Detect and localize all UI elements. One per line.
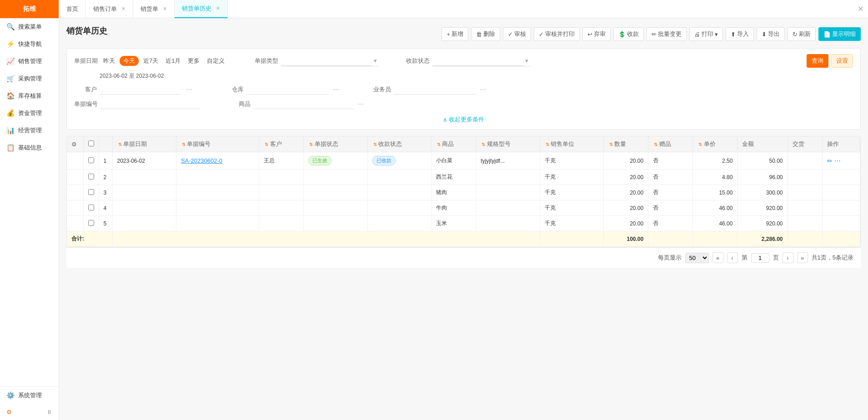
- refresh-button[interactable]: ↻ 刷新: [788, 27, 816, 41]
- cell-customer-0: 王总: [259, 152, 304, 170]
- col-unit-price[interactable]: ⇅ 单价: [693, 136, 738, 152]
- query-button[interactable]: 查询: [807, 54, 828, 68]
- page-label: 第: [742, 254, 748, 262]
- select-all-checkbox[interactable]: [88, 140, 94, 146]
- col-collect-status[interactable]: ⇅ 收款状态: [367, 136, 431, 152]
- row-checkbox-3[interactable]: [88, 205, 94, 210]
- filter-doc-no: 单据编号: [74, 99, 201, 109]
- collapse-button[interactable]: ∧ 收起更多条件: [443, 115, 484, 124]
- tab-home[interactable]: 首页: [59, 0, 86, 18]
- batch-change-button[interactable]: ✏ 批量变更: [647, 27, 687, 41]
- cell-goods-2: 猪肉: [431, 185, 476, 200]
- batch-change-label: 批量变更: [658, 30, 682, 38]
- row-checkbox-4[interactable]: [88, 220, 94, 226]
- sidebar-item-inventory[interactable]: 🏠 库存核算: [0, 87, 59, 105]
- import-button[interactable]: ⬆ 导入: [726, 27, 754, 41]
- col-doc-date[interactable]: ⇅ 单据日期: [112, 136, 176, 152]
- tab-sales-order-close[interactable]: ✕: [121, 6, 125, 12]
- cell-spec-1: [476, 170, 540, 185]
- col-unit[interactable]: ⇅ 销售单位: [540, 136, 603, 152]
- warehouse-ellipsis[interactable]: ···: [331, 85, 341, 94]
- customer-ellipsis[interactable]: ···: [184, 85, 194, 94]
- show-detail-button[interactable]: 📄 显示明细: [818, 27, 861, 41]
- cell-doc-no-0[interactable]: SA-20230602-0: [176, 152, 259, 170]
- cell-doc-no-2: [176, 185, 259, 200]
- page-prev-button[interactable]: ‹: [727, 252, 738, 263]
- goods-ellipsis[interactable]: ···: [356, 100, 366, 108]
- audit-print-button[interactable]: ✓ 审核并打印: [534, 27, 580, 41]
- sidebar-item-funds-mgmt[interactable]: 💰 资金管理: [0, 105, 59, 122]
- cell-collect-status-4: [367, 216, 431, 231]
- sidebar-item-basic-info[interactable]: 📋 基础信息: [0, 139, 59, 156]
- collect-button[interactable]: 💲 收款: [613, 27, 644, 41]
- tab-sales-history[interactable]: 销货单历史 ✕: [175, 0, 228, 18]
- warehouse-input[interactable]: [246, 85, 328, 95]
- settings-button[interactable]: 设置: [831, 54, 853, 68]
- col-gift[interactable]: ⇅ 赠品: [648, 136, 693, 152]
- date-btn-custom[interactable]: 自定义: [204, 56, 227, 66]
- tab-sales-order[interactable]: 销售订单 ✕: [86, 0, 133, 18]
- sidebar-item-search-menu[interactable]: 🔍 搜索菜单: [0, 18, 59, 35]
- row-checkbox-0[interactable]: [88, 157, 94, 163]
- date-label: 单据日期: [74, 57, 98, 65]
- collect-status-dropdown-icon[interactable]: ▾: [523, 57, 530, 64]
- date-btn-today[interactable]: 今天: [120, 56, 139, 66]
- print-dropdown-icon: ▾: [715, 31, 718, 38]
- sidebar-item-ops-mgmt[interactable]: 📊 经营管理: [0, 122, 59, 139]
- doc-type-dropdown-icon[interactable]: ▾: [372, 57, 379, 64]
- col-actions: 操作: [822, 136, 860, 152]
- col-doc-status[interactable]: ⇅ 单据状态: [304, 136, 367, 152]
- row-checkbox-1[interactable]: [88, 174, 94, 180]
- cell-transaction-1: [788, 170, 822, 185]
- page-next-button[interactable]: ›: [783, 252, 793, 263]
- page-last-button[interactable]: »: [797, 252, 808, 263]
- cell-gift-3: 否: [648, 200, 693, 216]
- doc-type-input[interactable]: [281, 56, 372, 66]
- per-page-select[interactable]: 50 100 200: [685, 253, 709, 263]
- summary-spacer2: [540, 231, 603, 247]
- date-btn-7days[interactable]: 近7天: [140, 56, 161, 66]
- salesperson-ellipsis[interactable]: ···: [478, 85, 488, 94]
- new-button[interactable]: + 新增: [442, 27, 468, 41]
- customer-input[interactable]: [100, 85, 181, 95]
- col-spec[interactable]: ⇅ 规格型号: [476, 136, 540, 152]
- edit-icon-0[interactable]: ✏: [827, 157, 833, 165]
- print-button[interactable]: 🖨 打印 ▾: [689, 27, 723, 41]
- col-customer[interactable]: ⇅ 客户: [259, 136, 304, 152]
- col-settings[interactable]: ⚙: [67, 136, 83, 152]
- page-input[interactable]: [751, 253, 769, 263]
- sidebar-item-purchase-mgmt[interactable]: 🛒 采购管理: [0, 70, 59, 87]
- tab-bar-close-all[interactable]: ✕: [858, 5, 868, 13]
- goods-input[interactable]: [253, 99, 353, 109]
- row-checkbox-2[interactable]: [88, 189, 94, 195]
- sidebar-item-bottom-actions[interactable]: ⚙ ⏸: [0, 404, 59, 420]
- cell-qty-1: 20.00: [604, 170, 648, 185]
- sidebar-item-quick-nav[interactable]: ⚡ 快捷导航: [0, 35, 59, 53]
- doc-no-input[interactable]: [100, 99, 201, 109]
- collect-status-input[interactable]: [432, 56, 523, 66]
- salesperson-input[interactable]: [394, 85, 476, 95]
- date-btn-1month[interactable]: 近1月: [163, 56, 183, 66]
- more-icon-0[interactable]: ⋯: [834, 157, 841, 165]
- cell-amount-4: 920.00: [738, 216, 788, 231]
- sidebar-item-sys-mgmt[interactable]: ⚙️ 系统管理: [0, 387, 59, 404]
- delete-button[interactable]: 🗑 删除: [471, 27, 500, 41]
- cell-doc-date-2: [112, 185, 176, 200]
- collect-status-label: 收款状态: [406, 57, 430, 65]
- date-btn-yesterday[interactable]: 昨天: [100, 56, 118, 66]
- abandon-button[interactable]: ↩ 弃审: [582, 27, 611, 41]
- col-doc-no[interactable]: ⇅ 单据编号: [176, 136, 259, 152]
- date-btn-more[interactable]: 更多: [185, 56, 202, 66]
- page-first-button[interactable]: «: [712, 252, 723, 263]
- export-button[interactable]: ⬇ 导出: [757, 27, 785, 41]
- tab-sales-goods-close[interactable]: ✕: [163, 6, 167, 12]
- filter-collect-status: 收款状态 ▾: [406, 56, 530, 66]
- tab-sales-goods[interactable]: 销货单 ✕: [133, 0, 175, 18]
- sidebar-item-sales-mgmt[interactable]: 📈 销售管理: [0, 53, 59, 70]
- col-goods[interactable]: ⇅ 商品: [431, 136, 476, 152]
- tab-sales-history-close[interactable]: ✕: [216, 5, 220, 11]
- audit-button[interactable]: ✓ 审核: [503, 27, 531, 41]
- col-qty[interactable]: ⇅ 数量: [604, 136, 648, 152]
- cell-settings-3: [67, 200, 83, 216]
- cell-goods-3: 牛肉: [431, 200, 476, 216]
